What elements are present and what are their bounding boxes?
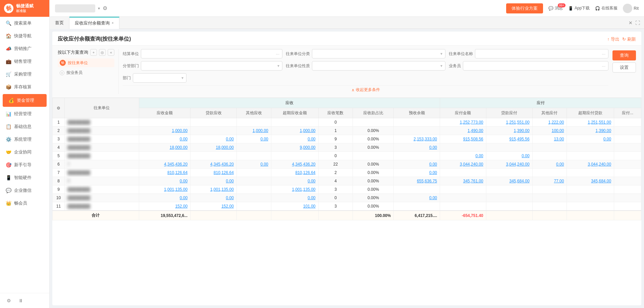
sidebar-item-operations[interactable]: 📊 经营管理 (0, 107, 49, 120)
field-section-dept: 部门 ▾ (123, 73, 283, 83)
tab-home[interactable]: 首页 (50, 17, 69, 29)
settlement-unit-input[interactable]: ··· (141, 49, 282, 58)
tab-bar: 首页 应收应付余额查询 × ✕ ⛶ (50, 17, 644, 29)
partner-nature-label: 往来单位性质 (286, 63, 310, 69)
sidebar-item-basic[interactable]: 📋 基础信息 (0, 120, 49, 133)
th-payable-group: 应付 (440, 98, 641, 108)
more-conditions-toggle[interactable]: ∧ 收起更多条件 (123, 85, 608, 94)
search-title-row: 按以下方案查询 + ◎ « (58, 49, 114, 56)
sidebar-item-purchase[interactable]: 🛒 采购管理 (0, 68, 49, 81)
content-panel: 应收应付余额查询(按往来单位) ↑ 导出 ↻ 刷新 按以下方案查询 + ◎ (52, 32, 641, 305)
partner-nature-arrow: ▾ (440, 63, 442, 68)
service-label: 在线客服 (601, 5, 618, 11)
partner-name-label: 往来单位名称 (449, 51, 473, 57)
sidebar-item-label: 畅会员 (14, 200, 27, 206)
partner-name-dots: ··· (602, 51, 605, 56)
search-fields: 结算单位 ··· 往来单位分类 ▾ 往来单位名称 (123, 49, 608, 94)
footer-ap-loan (486, 211, 532, 220)
salesperson-input[interactable]: ··· (463, 61, 608, 71)
table-row: 1████████01,252,773.001,251,551.001,222.… (53, 118, 641, 127)
query-panel-by-partner[interactable]: 畅 按往来单位 (58, 58, 114, 67)
th-ap-extra: 应付... (614, 108, 641, 118)
table-row: 8P0.000.000.0040.00%655,636.75345,761.00… (53, 177, 641, 185)
tab-arbalance[interactable]: 应收应付余额查询 × (69, 17, 119, 29)
settings-icon[interactable]: ⚙ (103, 5, 107, 11)
search-area: 按以下方案查询 + ◎ « 畅 按往来单位 ○ 按业务员 (52, 46, 641, 98)
sidebar-item-marketing[interactable]: 📣 营销推广 (0, 42, 49, 55)
query-panel-by-sales[interactable]: ○ 按业务员 (58, 69, 114, 77)
query-panels: 按以下方案查询 + ◎ « 畅 按往来单位 ○ 按业务员 (58, 49, 119, 94)
sidebar-item-label: 企业协同 (14, 149, 32, 155)
sidebar-item-search[interactable]: 🔍 搜索菜单 (0, 17, 49, 30)
sidebar: 畅 畅捷通赋 标准版 🔍 搜索菜单 🏠 快捷导航 📣 营销推广 💼 销售管理 🛒… (0, 0, 50, 308)
footer-ar-amount: 19,553,472,6... (139, 211, 191, 220)
sidebar-logo: 畅 畅捷通赋 标准版 (0, 0, 49, 17)
sidebar-item-inventory[interactable]: 📦 库存核算 (0, 81, 49, 93)
page-actions: ↑ 导出 ↻ 刷新 (607, 36, 636, 42)
table-wrapper[interactable]: ⚙ 往来单位 应收 应付 应收金额 贷款应收 其他应收 超期应收金额 应收笔数 … (52, 98, 641, 305)
guide-icon: 🎯 (5, 162, 11, 168)
avatar (623, 4, 632, 13)
data-table: ⚙ 往来单位 应收 应付 应收金额 贷款应收 其他应收 超期应收金额 应收笔数 … (52, 98, 641, 220)
th-ar-amount: 应收金额 (139, 108, 191, 118)
table-settings-icon[interactable]: ⚙ (57, 106, 60, 111)
maximize-window-icon[interactable]: ⛶ (635, 20, 640, 26)
sidebar-item-guide[interactable]: 🎯 新手引导 (0, 159, 49, 171)
sidebar-item-quick-nav[interactable]: 🏠 快捷导航 (0, 30, 49, 42)
sidebar-item-label: 快捷导航 (14, 33, 32, 39)
sales-panel-icon: ○ (60, 71, 64, 75)
message-icon: 💬 (548, 6, 553, 11)
add-query-button[interactable]: + (90, 49, 97, 56)
breadcrumb: ▾ ⚙ (55, 4, 506, 12)
partner-name-input[interactable]: ··· (475, 49, 608, 58)
user-name: Rit (634, 6, 639, 11)
refresh-button[interactable]: ↻ 刷新 (622, 36, 636, 42)
footer-ar-loan (191, 211, 237, 220)
close-window-icon[interactable]: ✕ (629, 20, 633, 26)
breadcrumb-arrow: ▾ (98, 6, 100, 11)
more-query-button[interactable]: « (108, 49, 114, 56)
search-row-2: 分管部门 ▾ 往来单位性质 ▾ 业务员 (123, 61, 608, 71)
partner-nature-input[interactable]: ▾ (312, 61, 445, 71)
setting-button[interactable]: 设置 (612, 62, 636, 73)
partner-category-input[interactable]: ▾ (312, 49, 445, 58)
sidebar-item-system[interactable]: ⚙️ 系统管理 (0, 133, 49, 146)
more-conditions-icon: ∧ (352, 88, 355, 92)
collapse-btn[interactable]: ⏸ (16, 296, 25, 305)
sidebar-item-wechat[interactable]: 💬 企业微信 (0, 184, 49, 197)
section-dept-label: 部门 (123, 75, 131, 81)
footer-ap-other (532, 211, 567, 220)
edit-query-button[interactable]: ◎ (99, 49, 106, 56)
dept-input[interactable]: ▾ (141, 61, 282, 71)
tab-close-icon[interactable]: × (112, 21, 114, 25)
app-label: App下载 (575, 5, 590, 11)
header-search-area[interactable] (55, 4, 95, 12)
solution-button[interactable]: 体验行业方案 (506, 3, 543, 13)
sidebar-item-label: 营销推广 (14, 46, 32, 52)
message-item[interactable]: 💬 消息 99+ (548, 5, 563, 11)
sidebar-item-sales[interactable]: 💼 销售管理 (0, 55, 49, 68)
sidebar-item-label: 搜索菜单 (14, 20, 32, 26)
user-item[interactable]: Rit (623, 4, 639, 13)
settings-footer-btn[interactable]: ⚙ (4, 296, 13, 305)
th-ar-other: 其他应收 (236, 108, 271, 118)
th-ap-other: 其他应付 (532, 108, 567, 118)
settlement-unit-label: 结算单位 (123, 51, 139, 57)
query-button[interactable]: 查询 (612, 50, 636, 60)
system-icon: ⚙️ (5, 136, 11, 142)
sidebar-item-hardware[interactable]: 📱 智能硬件 (0, 171, 49, 184)
service-item[interactable]: 🎧 在线客服 (595, 5, 618, 11)
basic-icon: 📋 (5, 124, 11, 130)
sidebar-item-finance[interactable]: 💰 资金管理 (3, 94, 47, 107)
partner-panel-icon: 畅 (60, 60, 66, 66)
sidebar-item-label: 经营管理 (14, 111, 32, 117)
section-dept-input[interactable]: ▾ (133, 73, 186, 83)
settlement-unit-dots: ··· (276, 51, 279, 56)
sidebar-item-enterprise[interactable]: 🤝 企业协同 (0, 146, 49, 159)
sidebar-item-member[interactable]: 👑 畅会员 (0, 197, 49, 210)
logo-sub: 标准版 (16, 9, 34, 13)
app-download-item[interactable]: 📱 App下载 (568, 5, 590, 11)
export-icon: ↑ (607, 37, 610, 42)
export-button[interactable]: ↑ 导出 (607, 36, 620, 42)
dept-arrow: ▾ (277, 63, 279, 68)
